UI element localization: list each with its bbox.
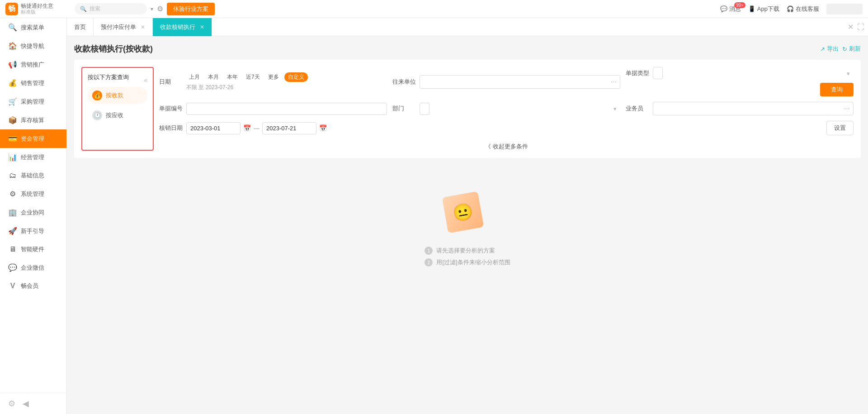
filter-collapse-icon[interactable]: « [144,76,147,84]
search-placeholder: 搜索 [90,5,100,13]
business-icon: 📊 [8,153,17,162]
sidebar-item-search[interactable]: 🔍 搜索菜单 [0,18,66,37]
sidebar-item-wechat[interactable]: 💬 企业微信 [0,258,66,277]
sidebar: 🔍 搜索菜单 🏠 快捷导航 📢 营销推广 💰 销售管理 🛒 采购管理 📦 库存核… [0,18,67,414]
message-btn[interactable]: 💬 消息 99+ [720,5,741,13]
sidebar-item-hardware[interactable]: 🖥 智能硬件 [0,240,66,258]
user-avatar[interactable] [826,4,863,14]
date-no-limit: 不限 至 2023-07-26 [186,84,387,91]
tab-close-collection[interactable]: ✕ [200,24,204,30]
basic-icon: 🗂 [8,171,17,180]
query-btn[interactable]: 查询 [820,83,854,96]
sidebar-item-guide[interactable]: 🚀 新手引导 [0,222,66,240]
filter-dept-field: 部门 [392,102,620,115]
sidebar-item-basic[interactable]: 🗂 基础信息 [0,167,66,185]
date-label: 日期 [159,78,183,86]
message-badge: 99+ [734,2,745,8]
verifydate-end-input[interactable] [262,122,316,134]
date-chip-thismonth[interactable]: 本月 [205,72,222,82]
filter-doctype-field: 单据类型 [626,67,854,79]
collapse-more-icon: 《 [485,143,491,151]
counterparty-label: 往来单位 [392,78,416,86]
verifydate-range: 📅 — 📅 [186,122,327,134]
hardware-icon: 🖥 [8,245,17,253]
verifydate-start-input[interactable] [186,122,241,134]
date-chip-thisyear[interactable]: 本年 [224,72,241,82]
sidebar-item-inventory[interactable]: 📦 库存核算 [0,111,66,129]
filter-verifydate-field: 核销日期 📅 — 📅 [159,121,620,135]
setting-btn[interactable]: 设置 [826,121,854,135]
industry-btn[interactable]: 休验行业方案 [167,3,215,15]
tab-prepay[interactable]: 预付冲应付单 ✕ [94,18,153,36]
dept-label: 部门 [392,105,416,113]
main-layout: 🔍 搜索菜单 🏠 快捷导航 📢 营销推广 💰 销售管理 🛒 采购管理 📦 库存核… [0,18,868,414]
export-btn[interactable]: ↗ 导出 [820,45,839,53]
empty-hint-1: 1 请先选择要分析的方案 [425,247,510,255]
collapse-more-btn[interactable]: 《 收起更多条件 [485,143,528,151]
staff-label: 业务员 [626,105,649,113]
settings-bottom-icon[interactable]: ⚙ [8,399,15,409]
sidebar-item-vip[interactable]: V 畅会员 [0,277,66,295]
dropdown-arrow-icon[interactable]: ▾ [151,6,153,12]
sidebar-item-marketing[interactable]: 📢 营销推广 [0,55,66,74]
tab-collection[interactable]: 收款核销执行 ✕ [153,18,212,36]
top-bar-center: 🔍 搜索 ▾ ⚙ 休验行业方案 [75,3,717,15]
verifydate-end-calendar-icon[interactable]: 📅 [319,124,327,132]
doc-type-and-query: 单据类型 查询 [626,67,854,96]
docno-input[interactable] [186,103,387,115]
app-title: 畅捷通好生意 标准版 [21,3,53,15]
sidebar-bottom: ⚙ ◀ [0,393,66,414]
tab-close-prepay[interactable]: ✕ [141,24,145,30]
filter-option-by-receivable[interactable]: 🕐 按应收 [88,107,147,124]
tab-actions: ✕ ⛶ [844,23,868,31]
settings-icon[interactable]: ⚙ [157,5,163,13]
filter-section-title: 按以下方案查询 [88,73,129,81]
doctype-select[interactable] [653,67,663,79]
counterparty-dots[interactable]: ··· [611,78,617,86]
empty-hints: 1 请先选择要分析的方案 2 用[过滤]条件来缩小分析范围 [425,247,510,266]
filter-fields: 日期 上月 本月 本年 近7天 更多 自定义 不限 至 2023-07-26 [159,67,854,151]
date-chips: 上月 本月 本年 近7天 更多 自定义 [186,72,387,82]
page-header: 收款核销执行(按收款) ↗ 导出 ↻ 刷新 [74,43,861,54]
close-tab-icon[interactable]: ✕ [848,23,854,31]
sidebar-item-purchase[interactable]: 🛒 采购管理 [0,92,66,111]
sidebar-item-system[interactable]: ⚙ 系统管理 [0,185,66,203]
guide-icon: 🚀 [8,227,17,235]
date-chip-more[interactable]: 更多 [265,72,282,82]
date-chip-custom[interactable]: 自定义 [284,72,308,82]
sidebar-item-enterprise[interactable]: 🏢 企业协同 [0,203,66,222]
online-service-btn[interactable]: 🎧 在线客服 [787,5,819,13]
filter-staff-field: 业务员 ··· [626,102,854,115]
sidebar-item-finance[interactable]: 💳 资金管理 [0,129,66,148]
inventory-icon: 📦 [8,116,17,124]
date-chip-lastmonth[interactable]: 上月 [186,72,203,82]
date-chip-7days[interactable]: 近7天 [243,72,263,82]
sidebar-item-sales[interactable]: 💰 销售管理 [0,74,66,92]
brand: 畅 畅捷通好生意 标准版 [5,3,71,15]
sidebar-item-business[interactable]: 📊 经营管理 [0,148,66,167]
search-icon: 🔍 [8,23,17,32]
verifydate-label: 核销日期 [159,124,183,132]
filter-panel: 按以下方案查询 « 💰 按收款 🕐 按应收 [74,60,861,158]
date-separator: — [254,125,259,132]
collapse-sidebar-icon[interactable]: ◀ [23,399,29,409]
empty-hint-num-2: 2 [425,258,433,266]
page-title: 收款核销执行(按收款) [74,43,153,54]
refresh-btn[interactable]: ↻ 刷新 [842,45,861,53]
sidebar-item-quicknav[interactable]: 🏠 快捷导航 [0,37,66,55]
search-box[interactable]: 🔍 搜索 [75,3,147,14]
marketing-icon: 📢 [8,60,17,69]
collapse-more-row: 《 收起更多条件 [159,141,854,151]
staff-dots[interactable]: ··· [844,105,850,113]
page-content: 收款核销执行(按收款) ↗ 导出 ↻ 刷新 按以下方 [67,36,868,414]
filter-docno-field: 单据编号 [159,102,387,115]
filter-option-by-receipt[interactable]: 💰 按收款 [88,87,147,104]
verifydate-start-calendar-icon[interactable]: 📅 [243,124,251,132]
maximize-tab-icon[interactable]: ⛶ [857,23,864,31]
dept-select[interactable] [420,103,429,115]
vip-icon: V [8,282,17,290]
tab-home[interactable]: 首页 [67,18,94,36]
empty-hint-num-1: 1 [425,247,433,255]
app-download-btn[interactable]: 📱 App下载 [748,5,779,13]
empty-state: 😐 1 请先选择要分析的方案 2 用[过滤]条件来缩小分析范围 [74,158,861,303]
